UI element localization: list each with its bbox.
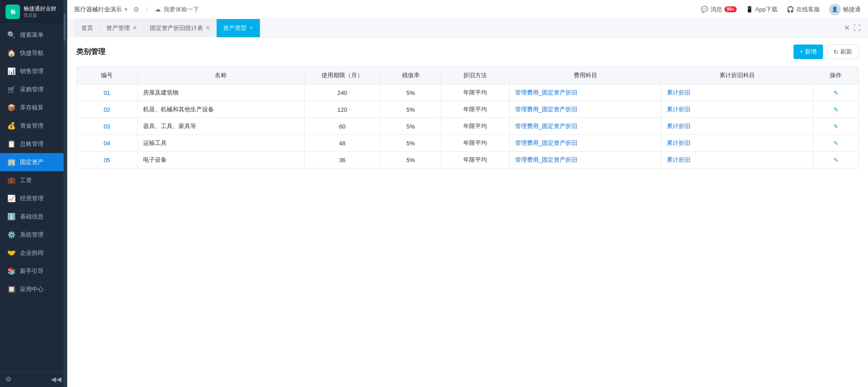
edit-button[interactable]: ✎: [813, 118, 858, 135]
cell-residual: 5%: [380, 101, 441, 118]
new-button[interactable]: + 新增: [794, 45, 823, 59]
col-header-method: 折旧方法: [441, 67, 509, 84]
edit-button[interactable]: ✎: [813, 152, 858, 169]
cell-method: 年限平均: [441, 84, 509, 101]
sidebar-item-app-center[interactable]: 🔲 应用中心: [0, 280, 67, 298]
topbar-separator: |: [146, 6, 148, 13]
sidebar-item-system[interactable]: ⚙️ 系统管理: [0, 226, 67, 244]
tab-asset-mgmt[interactable]: 资产管理 ✕: [100, 19, 144, 37]
sidebar-item-guide[interactable]: 📚 新手引导: [0, 262, 67, 280]
cell-name: 房屋及建筑物: [137, 84, 304, 101]
sidebar-item-fixed-assets[interactable]: 🏢 固定资产: [0, 153, 67, 171]
cell-expense: 管理费用_固定资产折旧: [509, 152, 661, 169]
sidebar-item-cooperation[interactable]: 🤝 企业协同: [0, 244, 67, 262]
page-title: 类别管理: [76, 47, 105, 57]
sidebar-footer: ⚙ ◀◀: [0, 371, 67, 387]
sidebar-item-basic-info[interactable]: ℹ️ 基础信息: [0, 208, 67, 226]
page-actions: + 新增 ↻ 刷新: [794, 45, 859, 59]
sidebar-item-purchase[interactable]: 🛒 采购管理: [0, 80, 67, 99]
cell-accumulated: 累计折旧: [661, 135, 813, 152]
col-header-code: 编号: [77, 67, 138, 84]
table-row: 05 电子设备 36 5% 年限平均 管理费用_固定资产折旧 累计折旧 ✎: [77, 152, 859, 169]
tab-close-asset-type[interactable]: ✕: [249, 25, 253, 31]
tab-close-asset-mgmt[interactable]: ✕: [133, 25, 137, 31]
sidebar-item-payroll[interactable]: 💼 工资: [0, 171, 67, 189]
cell-method: 年限平均: [441, 101, 509, 118]
cell-expense: 管理费用_固定资产折旧: [509, 101, 661, 118]
cell-method: 年限平均: [441, 135, 509, 152]
table-row: 01 房屋及建筑物 240 5% 年限平均 管理费用_固定资产折旧 累计折旧 ✎: [77, 84, 859, 101]
fixed-assets-icon: 🏢: [7, 158, 15, 166]
cell-code: 04: [77, 135, 138, 152]
col-header-actions: 操作: [813, 67, 858, 84]
cell-residual: 5%: [380, 135, 441, 152]
tab-fixed-depreciation[interactable]: 固定资产折旧统计表 ✕: [144, 19, 217, 37]
cell-code: 02: [77, 101, 138, 118]
sidebar-item-search[interactable]: 🔍 搜索菜单: [0, 26, 67, 44]
sidebar-item-quick-nav[interactable]: 🏠 快捷导航: [0, 44, 67, 62]
cell-residual: 5%: [380, 84, 441, 101]
cooperation-icon: 🤝: [7, 249, 15, 257]
experience-button[interactable]: ☁ 我要体验一下: [155, 5, 199, 14]
tab-close-fixed-depreciation[interactable]: ✕: [206, 25, 210, 31]
cell-name: 运输工具: [137, 135, 304, 152]
phone-icon: 📱: [746, 6, 753, 13]
capital-icon: 💰: [7, 122, 15, 130]
refresh-icon: ↻: [833, 49, 838, 55]
messages-button[interactable]: 💬 消息 99+: [701, 5, 737, 14]
cell-accumulated: 累计折旧: [661, 101, 813, 118]
close-tab-icon[interactable]: ✕: [844, 24, 850, 32]
expand-icon[interactable]: ⛶: [853, 24, 861, 32]
cell-expense: 管理费用_固定资产折旧: [509, 118, 661, 135]
sidebar-item-sales[interactable]: 📊 销售管理: [0, 62, 67, 80]
topbar-right: 💬 消息 99+ 📱 App下载 🎧 在线客服 👤 畅捷通: [701, 4, 861, 15]
col-header-accumulated: 累计折旧科目: [661, 67, 813, 84]
app-download-button[interactable]: 📱 App下载: [746, 5, 778, 14]
logo-icon: 畅: [5, 5, 20, 19]
cell-residual: 5%: [380, 118, 441, 135]
refresh-button[interactable]: ↻ 刷新: [827, 45, 859, 59]
user-profile[interactable]: 👤 畅捷通: [829, 4, 861, 15]
cell-period: 60: [304, 118, 380, 135]
sidebar-item-inventory[interactable]: 📦 库存核算: [0, 99, 67, 117]
purchase-icon: 🛒: [7, 85, 15, 94]
category-table: 编号 名称 使用期限（月） 残值率 折旧方法 费用科目 累计折旧科目 操作 01…: [76, 66, 859, 169]
edit-button[interactable]: ✎: [813, 84, 858, 101]
settings-icon[interactable]: ⚙: [5, 375, 11, 383]
table-row: 04 运输工具 48 5% 年限平均 管理费用_固定资产折旧 累计折旧 ✎: [77, 135, 859, 152]
tab-asset-type[interactable]: 资产类型 ✕: [217, 19, 260, 37]
collapse-icon[interactable]: ◀◀: [51, 375, 62, 383]
cell-period: 240: [304, 84, 380, 101]
col-header-expense: 费用科目: [509, 67, 661, 84]
topbar-gear-icon[interactable]: ⚙: [133, 5, 139, 14]
main-area: 医疗器械行业演示 ▾ ⚙ | ☁ 我要体验一下 💬 消息 99+ 📱 App下载…: [67, 0, 868, 387]
avatar: 👤: [829, 4, 841, 15]
home-icon: 🏠: [7, 49, 15, 57]
cell-code: 05: [77, 152, 138, 169]
cell-method: 年限平均: [441, 118, 509, 135]
cloud-icon: ☁: [155, 6, 161, 13]
search-icon: 🔍: [7, 31, 15, 39]
message-badge: 99+: [724, 6, 737, 12]
sidebar-menu: 🔍 搜索菜单 🏠 快捷导航 📊 销售管理 🛒 采购管理 📦 库存核算 💰 资金管…: [0, 24, 67, 371]
edit-button[interactable]: ✎: [813, 101, 858, 118]
module-selector[interactable]: 医疗器械行业演示 ▾: [74, 5, 128, 14]
edit-button[interactable]: ✎: [813, 135, 858, 152]
col-header-period: 使用期限（月）: [304, 67, 380, 84]
cell-expense: 管理费用_固定资产折旧: [509, 84, 661, 101]
sidebar-item-general-ledger[interactable]: 📋 总账管理: [0, 135, 67, 153]
table-row: 03 器具、工具、家具等 60 5% 年限平均 管理费用_固定资产折旧 累计折旧…: [77, 118, 859, 135]
sidebar-item-capital[interactable]: 💰 资金管理: [0, 117, 67, 135]
sidebar: 畅 畅捷通好业财 普及版 🔍 搜索菜单 🏠 快捷导航 📊 销售管理 🛒 采购管理…: [0, 0, 67, 387]
col-header-residual: 残值率: [380, 67, 441, 84]
tab-home[interactable]: 首页: [74, 19, 100, 37]
cell-name: 电子设备: [137, 152, 304, 169]
cell-period: 36: [304, 152, 380, 169]
sales-icon: 📊: [7, 67, 15, 75]
cell-name: 器具、工具、家具等: [137, 118, 304, 135]
cell-expense: 管理费用_固定资产折旧: [509, 135, 661, 152]
system-icon: ⚙️: [7, 231, 15, 239]
sidebar-item-operations[interactable]: 📈 经营管理: [0, 189, 67, 208]
cell-period: 120: [304, 101, 380, 118]
online-service-button[interactable]: 🎧 在线客服: [787, 5, 820, 14]
